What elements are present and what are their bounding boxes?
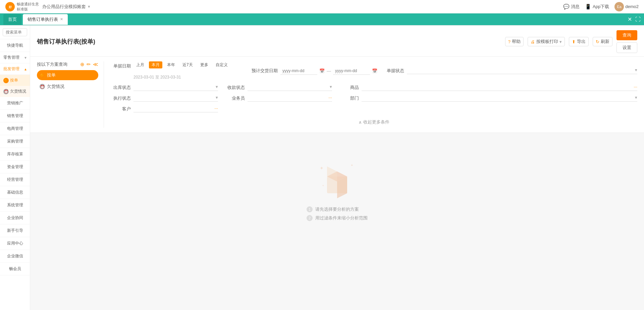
sidebar-item-retail[interactable]: 零售管理 ▾: [0, 52, 30, 63]
filter-fields-panel: 单据日期 上月 本月 本年 近7天 更多 自定义 2023-03-01 至 20…: [111, 61, 637, 128]
search-menu-input[interactable]: [3, 28, 27, 36]
add-scheme-icon[interactable]: ⊕: [80, 61, 85, 67]
pay-status-select[interactable]: ▾: [248, 84, 332, 91]
order-status-chevron-icon: ▾: [635, 67, 637, 72]
sidebar-item-member[interactable]: 畅会员: [0, 263, 30, 275]
scheme-dot-orders: 🔶: [40, 72, 45, 78]
header-right: 💬 消息 📱 App下载 Ea demo2: [563, 2, 639, 11]
date-tag-more[interactable]: 更多: [198, 61, 211, 68]
filter-scheme-panel: 按以下方案查询 ⊕ ✏ ≪ 🔶 按单 ⏰ 欠货情况: [37, 61, 104, 128]
svg-text:✦: ✦: [351, 163, 353, 167]
hint-num-2: 2: [307, 215, 313, 221]
exec-status-select[interactable]: ▾: [133, 95, 218, 102]
customer-more-button[interactable]: ···: [214, 106, 218, 111]
date-tag-this-year[interactable]: 本年: [164, 61, 178, 68]
app-name: 畅捷通好生意 标准版: [17, 2, 39, 11]
dept-chevron-icon: ▾: [635, 95, 637, 100]
salesperson-more-button[interactable]: ···: [328, 95, 332, 100]
exec-status-chevron-icon: ▾: [216, 95, 218, 100]
date-calendar-icon-from[interactable]: 📅: [319, 68, 325, 73]
top-header: 好 畅捷通好生意 标准版 办公用品行业模拟账套 ▾ 💬 消息 📱 App下载 E…: [0, 0, 644, 13]
window-expand-icon[interactable]: ⛶: [635, 16, 641, 22]
filter-row-2: 出库状态 ▾ 收款状态 ▾ 商品: [111, 84, 637, 91]
export-button[interactable]: ⬆ 导出: [569, 37, 589, 46]
empty-illustration: ✦ ✦ ✦: [317, 160, 357, 201]
edit-scheme-icon[interactable]: ✏: [87, 61, 91, 67]
sidebar-item-system[interactable]: 系统管理: [0, 199, 30, 212]
settings-button[interactable]: 设置: [616, 42, 637, 53]
refresh-button[interactable]: ↻ 刷新: [593, 37, 612, 46]
date-tag-this-month[interactable]: 本月: [149, 61, 162, 68]
sidebar-sub-item-backorder[interactable]: ⏰ 欠货情况: [0, 86, 30, 97]
window-close-icon[interactable]: ✕: [628, 16, 632, 22]
sidebar-item-inventory[interactable]: 库存核算: [0, 148, 30, 161]
app-download-button[interactable]: 📱 App下载: [585, 4, 609, 10]
sidebar-item-finance[interactable]: 资金管理: [0, 161, 30, 173]
sidebar-item-appcenter[interactable]: 应用中心: [0, 237, 30, 250]
sidebar-sub-item-orders[interactable]: 🔶 按单: [0, 75, 30, 86]
expected-delivery-label: 预计交货日期: [252, 68, 278, 74]
sidebar-item-newuser[interactable]: 新手引导: [0, 224, 30, 237]
goods-more-button[interactable]: ···: [634, 84, 637, 89]
sidebar-item-enterprise-wechat[interactable]: 企业微信: [0, 250, 30, 263]
page-actions: ? 帮助 🖨 按模板打印 ▾ ⬆ 导出 ↻ 刷新 查询: [505, 30, 637, 53]
empty-hints: 1 请先选择要分析的方案 2 用过滤条件来缩小分析范围: [307, 206, 368, 221]
salesperson-label: 业务员: [225, 95, 245, 101]
filter-row-4: 客户 ···: [111, 106, 637, 112]
exec-status-label: 执行状态: [111, 95, 131, 101]
collapse-chevron-icon: ∧: [359, 120, 362, 125]
customer-label: 客户: [111, 106, 131, 112]
collapse-conditions-button[interactable]: ∧ 收起更多条件: [111, 116, 637, 128]
sidebar-item-marketing[interactable]: 营销推广: [0, 97, 30, 110]
filter-row-1: 单据日期 上月 本月 本年 近7天 更多 自定义 2023-03-01 至 20…: [111, 61, 637, 80]
export-icon: ⬆: [572, 39, 576, 44]
sidebar-item-wholesale[interactable]: 批发管理 ▴: [0, 63, 30, 75]
out-status-select[interactable]: ▾: [133, 84, 218, 91]
print-button[interactable]: 🖨 按模板打印 ▾: [528, 37, 565, 46]
help-icon: ?: [508, 39, 511, 44]
collapse-scheme-icon[interactable]: ≪: [93, 61, 98, 67]
page-title: 销售订单执行表(按单): [37, 38, 95, 46]
date-separator: —: [327, 68, 331, 73]
tab-home[interactable]: 首页: [3, 14, 21, 25]
filter-goods-field: 商品 ···: [339, 84, 637, 91]
sidebar-item-ecommerce[interactable]: 电商管理: [0, 122, 30, 135]
dept-select[interactable]: ▾: [362, 95, 637, 102]
tab-close-icon[interactable]: ✕: [60, 17, 63, 21]
svg-text:✦: ✦: [322, 184, 324, 187]
scheme-item-欠货情况[interactable]: ⏰ 欠货情况: [37, 82, 98, 92]
message-button[interactable]: 💬 消息: [563, 4, 580, 10]
user-avatar: Ea: [614, 2, 624, 11]
date-calendar-icon-to[interactable]: 📅: [372, 68, 377, 73]
date-tag-custom[interactable]: 自定义: [213, 61, 230, 68]
order-status-select[interactable]: ▾: [407, 67, 637, 74]
tab-sales-order[interactable]: 销售订单执行表 ✕: [23, 14, 68, 25]
date-tag-7days[interactable]: 近7天: [180, 61, 196, 68]
expected-delivery-from[interactable]: [280, 67, 317, 75]
sidebar-item-sales[interactable]: 销售管理: [0, 110, 30, 122]
filter-exec-status-field: 执行状态 ▾: [111, 95, 218, 102]
query-button[interactable]: 查询: [616, 30, 637, 40]
user-area[interactable]: Ea demo2: [614, 2, 639, 11]
date-tag-last-month[interactable]: 上月: [133, 61, 147, 68]
sidebar-search-area: [0, 25, 30, 39]
main-layout: 快捷导航 零售管理 ▾ 批发管理 ▴ 🔶 按单 ⏰ 欠货情况 营销推广: [0, 25, 644, 310]
filter-row-3: 执行状态 ▾ 业务员 ··· 部门: [111, 95, 637, 102]
date-range-display: 2023-03-01 至 2023-03-31: [133, 74, 181, 80]
scheme-item-按单[interactable]: 🔶 按单: [37, 70, 98, 80]
message-icon: 💬: [563, 4, 570, 10]
sidebar-item-quick-nav[interactable]: 快捷导航: [0, 39, 30, 52]
expected-delivery-to[interactable]: [333, 67, 370, 75]
sidebar-item-operations[interactable]: 经营管理: [0, 173, 30, 186]
sidebar-item-collaboration[interactable]: 企业协同: [0, 212, 30, 224]
filter-dept-field: 部门 ▾: [339, 95, 637, 102]
page-title-bar: 销售订单执行表(按单) ? 帮助 🖨 按模板打印 ▾ ⬆ 导出 ↻ 刷新: [30, 25, 644, 57]
print-chevron-icon: ▾: [559, 39, 562, 44]
date-label: 单据日期: [111, 63, 131, 69]
sidebar-item-basic-info[interactable]: 基础信息: [0, 186, 30, 199]
empty-state: ✦ ✦ ✦ 1 请先选择要分析的方案 2 用过滤条件来缩小分析范围: [30, 133, 644, 248]
sub-item-icon-orders: 🔶: [3, 78, 9, 83]
scheme-dot-backorder: ⏰: [40, 84, 45, 89]
sidebar-item-purchase[interactable]: 采购管理: [0, 135, 30, 148]
help-button[interactable]: ? 帮助: [505, 37, 524, 46]
